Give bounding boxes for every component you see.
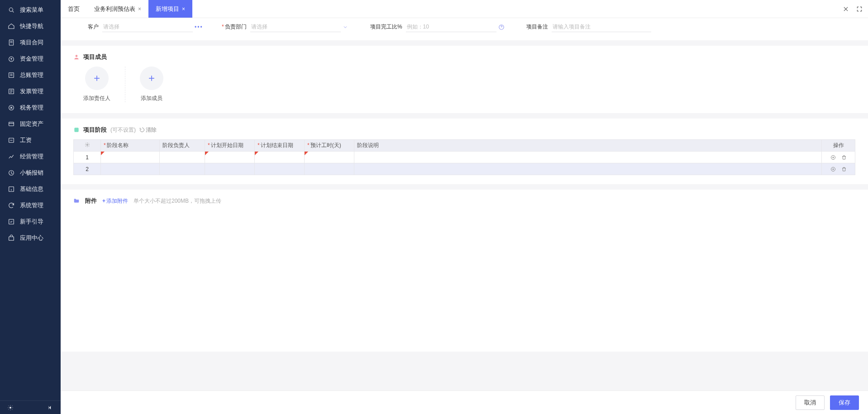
sidebar-item-ledger[interactable]: 总账管理: [0, 67, 61, 83]
tab-profit-forecast[interactable]: 业务利润预估表 ×: [87, 0, 148, 18]
svg-rect-29: [74, 128, 78, 132]
sidebar-item-store[interactable]: 应用中心: [0, 230, 61, 246]
cell-name[interactable]: [101, 163, 160, 175]
add-attachment-link[interactable]: + 添加附件: [102, 197, 128, 205]
sidebar-item-label: 搜索菜单: [20, 6, 43, 14]
customer-input[interactable]: [102, 22, 193, 32]
add-member-col: 添加成员: [125, 67, 163, 102]
store-icon: [7, 234, 15, 242]
sidebar-item-label: 新手引导: [20, 218, 43, 226]
cell-desc[interactable]: [354, 152, 822, 163]
field-ratio: 项目完工比%: [366, 22, 505, 32]
sidebar-item-system[interactable]: 系统管理: [0, 197, 61, 214]
cell-end[interactable]: [255, 152, 305, 163]
section-header-members: 项目成员: [61, 46, 868, 67]
delete-row-icon[interactable]: [841, 166, 847, 172]
remark-input[interactable]: [552, 22, 651, 32]
close-icon[interactable]: ×: [182, 6, 185, 12]
clear-label: 清除: [146, 126, 157, 134]
table-row: 1: [74, 152, 855, 163]
sidebar-item-fund[interactable]: 资金管理: [0, 51, 61, 67]
sidebar-item-tax[interactable]: 税务管理: [0, 100, 61, 116]
collapse-icon[interactable]: [46, 404, 54, 412]
sidebar-item-guide[interactable]: 新手引导: [0, 214, 61, 230]
sidebar-item-label: 小畅报销: [20, 169, 43, 177]
cell-name[interactable]: [101, 152, 160, 163]
tax-icon: [7, 104, 15, 112]
field-label: 客户: [73, 23, 99, 31]
chart-icon: [7, 152, 15, 161]
chevron-down-icon[interactable]: [343, 24, 348, 30]
sidebar-item-contract[interactable]: 项目合同: [0, 34, 61, 51]
add-owner-col: 添加责任人: [83, 67, 110, 102]
sidebar-item-salary[interactable]: 工资: [0, 132, 61, 148]
panel-form: 客户 ••• *负责部门 项目完工比%: [61, 18, 868, 40]
sidebar-item-expense[interactable]: 小畅报销: [0, 165, 61, 181]
close-all-icon[interactable]: [842, 5, 850, 13]
members-row: 添加责任人 添加成员: [61, 67, 868, 113]
sidebar-item-label: 税务管理: [20, 104, 43, 112]
add-row-icon[interactable]: [830, 166, 836, 172]
field-remark: 项目备注: [523, 22, 651, 32]
cell-idx: 2: [74, 163, 101, 175]
add-member-button[interactable]: [140, 67, 163, 90]
svg-point-30: [86, 144, 88, 146]
more-icon[interactable]: •••: [195, 24, 203, 30]
add-owner-label: 添加责任人: [83, 95, 110, 102]
tabs-bar: 首页 业务利润预估表 × 新增项目 ×: [61, 0, 868, 18]
cell-owner[interactable]: [160, 163, 205, 175]
sidebar-item-asset[interactable]: 固定资产: [0, 116, 61, 132]
th-text: 计划开始日期: [211, 142, 243, 148]
panel-stages: 项目阶段 (可不设置) 清除: [61, 119, 868, 184]
close-icon[interactable]: ×: [138, 6, 141, 12]
sidebar-item-biz[interactable]: 经营管理: [0, 148, 61, 165]
cell-start[interactable]: [205, 152, 255, 163]
fullscreen-icon[interactable]: [855, 5, 863, 13]
info-icon: [7, 185, 15, 193]
attach-title: 附件: [85, 197, 97, 205]
col-hours: *预计工时(天): [305, 140, 354, 152]
col-name: *阶段名称: [101, 140, 160, 152]
cell-hours[interactable]: [305, 152, 354, 163]
delete-row-icon[interactable]: [841, 154, 847, 161]
cell-desc[interactable]: [354, 163, 822, 175]
th-text: 阶段名称: [107, 142, 129, 148]
cancel-button[interactable]: 取消: [796, 395, 825, 410]
cell-hours[interactable]: [305, 163, 354, 175]
clear-stages-link[interactable]: 清除: [139, 126, 157, 134]
svg-rect-6: [9, 73, 14, 78]
cell-start[interactable]: [205, 163, 255, 175]
panel-members: 项目成员 添加责任人 添加成员: [61, 46, 868, 113]
user-icon: [73, 54, 80, 60]
col-start: *计划开始日期: [205, 140, 255, 152]
section-header-stages: 项目阶段 (可不设置) 清除: [61, 119, 868, 139]
sidebar-item-base[interactable]: 基础信息: [0, 181, 61, 197]
cell-ops: [822, 163, 855, 175]
svg-rect-11: [9, 122, 14, 126]
cell-end[interactable]: [255, 163, 305, 175]
tab-home[interactable]: 首页: [61, 0, 87, 18]
folder-icon: [73, 197, 80, 205]
cell-owner[interactable]: [160, 152, 205, 163]
save-button[interactable]: 保存: [830, 395, 859, 410]
settings-icon[interactable]: [6, 404, 14, 412]
field-label: 项目备注: [523, 23, 548, 31]
field-customer: 客户 •••: [73, 22, 203, 32]
add-owner-button[interactable]: [85, 67, 109, 90]
sidebar-item-label: 资金管理: [20, 55, 43, 63]
attach-row: 附件 + 添加附件 单个大小不超过200MB，可拖拽上传: [61, 190, 868, 216]
sidebar-item-label: 应用中心: [20, 234, 43, 242]
add-row-icon[interactable]: [830, 154, 836, 161]
sidebar-item-label: 经营管理: [20, 152, 43, 161]
sidebar-item-quick[interactable]: 快捷导航: [0, 18, 61, 34]
dept-input[interactable]: [250, 22, 341, 32]
tabs-right-actions: [837, 0, 868, 18]
help-icon[interactable]: [498, 24, 505, 30]
sidebar-item-invoice[interactable]: 发票管理: [0, 83, 61, 100]
sidebar-item-search[interactable]: 搜索菜单: [0, 2, 61, 18]
section-title: 项目阶段: [83, 126, 107, 134]
tab-new-project[interactable]: 新增项目 ×: [148, 0, 192, 18]
ratio-input[interactable]: [406, 22, 496, 32]
table-header-row: *阶段名称 阶段负责人 *计划开始日期 *计划结束日期 *预计工时(天) 阶段说…: [74, 140, 855, 152]
col-gear[interactable]: [74, 140, 101, 152]
